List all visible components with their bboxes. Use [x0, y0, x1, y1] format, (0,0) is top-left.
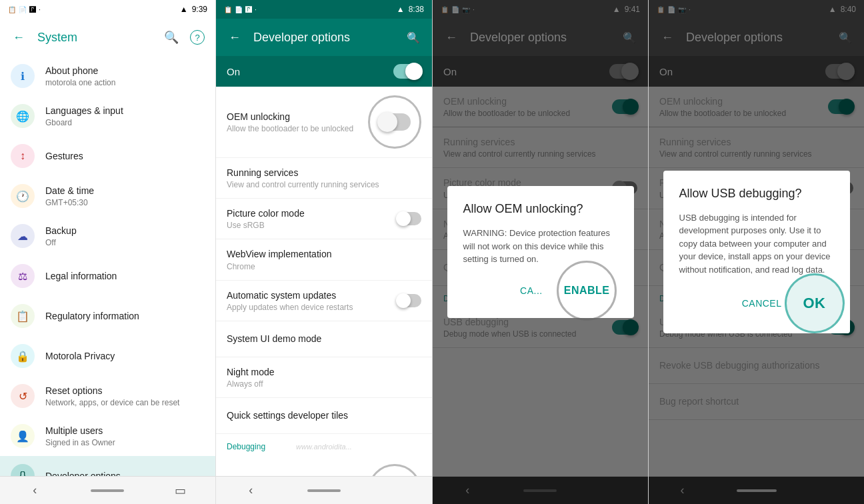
- quick-tiles-title: Quick settings developer tiles: [227, 409, 421, 421]
- usb-circle-highlight: [368, 464, 421, 476]
- oem-enable-button[interactable]: Enable: [556, 279, 618, 302]
- auto-updates-toggle-knob: [396, 293, 411, 308]
- setting-about-phone[interactable]: ℹ About phone motorola one action: [0, 56, 215, 96]
- help-button-system[interactable]: ?: [190, 30, 205, 45]
- dev-item-oem[interactable]: OEM unlocking Allow the bootloader to be…: [216, 87, 432, 158]
- webview-title: WebView implementation: [227, 248, 421, 260]
- auto-updates-toggle[interactable]: [397, 294, 421, 307]
- oem-dialog-content: WARNING: Device protection features will…: [463, 227, 618, 266]
- app-bar-developer-main: ← Developer options 🔍: [216, 19, 432, 56]
- datetime-title: Date & time: [45, 185, 205, 197]
- reset-title: Reset options: [45, 385, 205, 397]
- status-icons-middle: 📋 📄 🅿 ·: [224, 6, 257, 13]
- search-button-developer-main[interactable]: 🔍: [405, 29, 421, 45]
- setting-users[interactable]: 👤 Multiple users Signed in as Owner: [0, 416, 215, 456]
- setting-regulatory[interactable]: 📋 Regulatory information: [0, 296, 215, 336]
- regulatory-icon: 📋: [11, 304, 35, 328]
- developer-options-dialog2-panel: 📋 📄 📷 · ▲ 8:40 ← Developer options 🔍 On …: [648, 0, 864, 504]
- usb-ok-button[interactable]: OK: [795, 289, 834, 317]
- back-nav-middle[interactable]: ‹: [237, 477, 264, 504]
- dev-item-night[interactable]: Night mode Always off: [216, 357, 432, 398]
- home-indicator-left[interactable]: [91, 489, 124, 492]
- oem-title: OEM unlocking: [227, 111, 368, 123]
- usb-toggle-container: [368, 464, 421, 476]
- nav-bar-middle: ‹: [216, 476, 432, 504]
- legal-icon: ⚖: [11, 264, 35, 288]
- dev-item-webview[interactable]: WebView implementation Chrome: [216, 239, 432, 280]
- usb-cancel-button[interactable]: Cancel: [734, 289, 790, 317]
- setting-privacy[interactable]: 🔒 Motorola Privacy: [0, 336, 215, 376]
- developer-main-content: OEM unlocking Allow the bootloader to be…: [216, 87, 432, 476]
- reset-icon: ↺: [11, 384, 35, 408]
- developer-main-title: Developer options: [253, 31, 395, 45]
- users-text: Multiple users Signed in as Owner: [45, 425, 205, 447]
- notif-icon-m2: 📄: [235, 6, 243, 13]
- dev-item-usb[interactable]: USB debugging Debug mode when USB is con…: [216, 455, 432, 476]
- nav-bar-left: ‹ ▭: [0, 476, 215, 504]
- oem-cancel-button[interactable]: Ca...: [512, 279, 551, 302]
- status-bar-middle: 📋 📄 🅿 · ▲ 8:38: [216, 0, 432, 19]
- oem-dialog-overlay: Allow OEM unlocking? WARNING: Device pro…: [433, 0, 648, 504]
- system-title: System: [37, 31, 153, 45]
- backup-text: Backup Off: [45, 225, 205, 247]
- users-title: Multiple users: [45, 425, 205, 437]
- backup-subtitle: Off: [45, 238, 205, 247]
- regulatory-text: Regulatory information: [45, 310, 205, 322]
- back-button-developer-main[interactable]: ←: [227, 29, 243, 45]
- oem-dialog-actions: Ca... Enable: [463, 279, 618, 302]
- users-icon: 👤: [11, 424, 35, 448]
- datetime-subtitle: GMT+05:30: [45, 198, 205, 207]
- setting-legal[interactable]: ⚖ Legal information: [0, 256, 215, 296]
- setting-backup[interactable]: ☁ Backup Off: [0, 216, 215, 256]
- dev-item-quick-tiles[interactable]: Quick settings developer tiles: [216, 398, 432, 434]
- status-bar-left: 📋 📄 🅿 · ▲ 9:39: [0, 0, 215, 19]
- developer-icon: {}: [11, 464, 35, 476]
- setting-datetime[interactable]: 🕐 Date & time GMT+05:30: [0, 176, 215, 216]
- legal-title: Legal information: [45, 270, 205, 282]
- night-text: Night mode Always off: [227, 366, 421, 389]
- notification-icon-3: 🅿: [29, 6, 36, 13]
- oem-dialog: Allow OEM unlocking? WARNING: Device pro…: [447, 186, 634, 318]
- back-button-system[interactable]: ←: [11, 29, 27, 45]
- about-phone-title: About phone: [45, 65, 205, 77]
- gestures-icon: ↕: [11, 144, 35, 168]
- developer-on-label: On: [227, 66, 240, 77]
- color-text: Picture color mode Use sRGB: [227, 207, 397, 230]
- setting-languages[interactable]: 🌐 Languages & input Gboard: [0, 96, 215, 136]
- usb-dialog: Allow USB debugging? USB debugging is in…: [663, 171, 850, 334]
- dev-item-color[interactable]: Picture color mode Use sRGB: [216, 199, 432, 239]
- night-title: Night mode: [227, 366, 421, 378]
- usb-ok-label: OK: [803, 295, 826, 311]
- wifi-icon-left: ▲: [180, 5, 188, 14]
- gestures-title: Gestures: [45, 150, 205, 162]
- search-button-system[interactable]: 🔍: [163, 29, 179, 45]
- setting-developer[interactable]: {} Developer options: [0, 456, 215, 476]
- reset-text: Reset options Network, apps, or device c…: [45, 385, 205, 407]
- developer-on-row[interactable]: On: [216, 56, 432, 87]
- oem-toggle[interactable]: [379, 113, 411, 131]
- usb-dialog-overlay: Allow USB debugging? USB debugging is in…: [649, 0, 864, 504]
- app-bar-system: ← System 🔍 ?: [0, 19, 215, 56]
- oem-subtitle: Allow the bootloader to be unlocked: [227, 124, 368, 133]
- back-nav-left[interactable]: ‹: [21, 477, 48, 504]
- color-toggle[interactable]: [397, 212, 421, 225]
- setting-gestures[interactable]: ↕ Gestures: [0, 136, 215, 176]
- oem-toggle-container: [368, 95, 421, 149]
- setting-reset[interactable]: ↺ Reset options Network, apps, or device…: [0, 376, 215, 416]
- developer-options-dialog1-panel: 📋 📄 📷 · ▲ 9:41 ← Developer options 🔍 On …: [432, 0, 648, 504]
- dev-item-running[interactable]: Running services View and control curren…: [216, 158, 432, 199]
- recent-nav-left[interactable]: ▭: [167, 477, 194, 504]
- wifi-icon-middle: ▲: [397, 5, 405, 14]
- developer-on-toggle[interactable]: [393, 64, 421, 79]
- info-icon: ℹ: [11, 64, 35, 88]
- webview-text: WebView implementation Chrome: [227, 248, 421, 271]
- about-phone-text: About phone motorola one action: [45, 65, 205, 87]
- home-indicator-middle[interactable]: [307, 489, 341, 492]
- color-toggle-knob: [396, 211, 411, 226]
- oem-dialog-title: Allow OEM unlocking?: [463, 202, 618, 216]
- running-text: Running services View and control curren…: [227, 167, 421, 189]
- dev-item-ui-demo[interactable]: System UI demo mode: [216, 321, 432, 357]
- oem-toggle-knob: [377, 112, 397, 132]
- dev-item-auto-updates[interactable]: Automatic system updates Apply updates w…: [216, 281, 432, 321]
- notification-icon-2: 📄: [19, 6, 27, 13]
